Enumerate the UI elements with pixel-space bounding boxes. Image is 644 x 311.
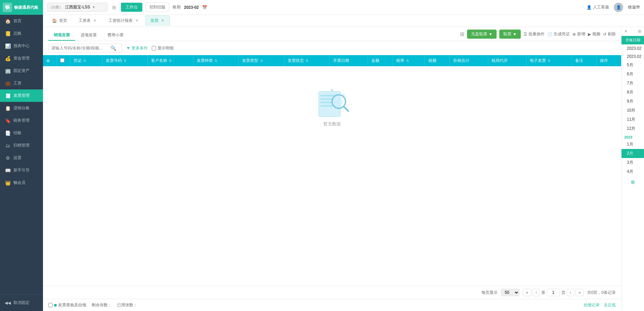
th-tax-amount: 税额 [425, 55, 450, 66]
filter-icon: ▼ [126, 46, 130, 50]
show-detail-input[interactable] [152, 46, 156, 50]
ticket-button[interactable]: 取票 ▼ [499, 30, 521, 39]
search-input[interactable] [51, 46, 108, 50]
date-item-2023-1[interactable]: 1月 [622, 140, 644, 149]
filter-button[interactable]: ▼ 更多条件 [126, 45, 148, 51]
no-ticket-button[interactable]: 无盘取票 ▼ [467, 30, 497, 39]
show-detail-checkbox[interactable]: 显示明细 [152, 45, 174, 51]
workspace-button[interactable]: 工作台 [121, 3, 142, 12]
sidebar-item-home[interactable]: 🏠 首页 [0, 15, 43, 27]
date-item-10[interactable]: 10月 [622, 106, 644, 115]
th-customer[interactable]: 客户名称 ⇅ [148, 55, 193, 66]
date-item-7[interactable]: 7月 [622, 79, 644, 88]
th-e-invoice[interactable]: 电子发票 ⇅ [526, 55, 572, 66]
subtab-purchase[interactable]: 进项发票 [75, 30, 102, 41]
prev-page-button[interactable]: ‹ [533, 289, 540, 296]
date-item-2023-02-top[interactable]: 2023.02 [622, 44, 644, 52]
refresh-link[interactable]: ↺ 刷新 [603, 31, 616, 37]
customer-sort-icon[interactable]: ⇅ [169, 59, 172, 63]
period-calendar-icon[interactable]: 📅 [202, 5, 207, 10]
select-all-checkbox[interactable] [60, 58, 64, 63]
date-item-11[interactable]: 11月 [622, 115, 644, 124]
page-size-select[interactable]: 20 50 100 200 [501, 289, 519, 296]
invoice-category-sort-icon[interactable]: ⇅ [260, 59, 263, 63]
sidebar-item-tax-mgmt[interactable]: 🔖 税务管理 [0, 114, 43, 127]
sidebar-item-archive[interactable]: 🗂 归档管理 [0, 139, 43, 152]
date-item-8[interactable]: 8月 [622, 88, 644, 97]
date-item-9[interactable]: 9月 [622, 97, 644, 106]
next-page-button[interactable]: › [567, 289, 574, 296]
voucher-sort-icon[interactable]: ⇅ [83, 59, 86, 63]
th-invoice-no[interactable]: 发票号码 ⇅ [102, 55, 148, 66]
tab-home[interactable]: 🏠 首页 [47, 15, 72, 26]
grid-icon[interactable]: ⊞ [460, 31, 464, 37]
copy-icon[interactable]: ⊞ [111, 3, 118, 11]
subtab-sales[interactable]: 销项发票 [48, 30, 75, 41]
invoice-no-sort-icon[interactable]: ⇅ [124, 59, 126, 63]
th-invoice-category[interactable]: 发票类型 ⇅ [239, 55, 284, 66]
tax-link[interactable]: 去左抵 [604, 302, 616, 308]
salary-table-close-icon[interactable]: ✕ [93, 18, 97, 24]
batch-op-link[interactable]: ☰ 批量操作 [523, 31, 545, 37]
th-settings[interactable]: ⚙ [43, 55, 56, 66]
sidebar-item-ledger[interactable]: 📒 总账 [0, 27, 43, 40]
sidebar-item-reports[interactable]: 📊 报表中心 [0, 40, 43, 52]
invoice-close-icon[interactable]: ✕ [160, 18, 165, 24]
year-group-2022: 2023.02 2023.02 [622, 44, 644, 61]
table-header-row: ⚙ 凭证 ⇅ 发票号码 ⇅ [43, 55, 621, 66]
invoice-status-sort-icon[interactable]: ⇅ [306, 59, 308, 63]
scroll-down-icon[interactable]: ⊕ [622, 176, 644, 188]
video-link[interactable]: ▶ 视频 [588, 31, 600, 37]
new-link[interactable]: ⊕ 新增 [572, 31, 585, 37]
verify-check-input[interactable] [48, 303, 53, 307]
gen-voucher-link[interactable]: 📄 生成凭证 [547, 31, 570, 37]
date-item-5[interactable]: 5月 [622, 61, 644, 70]
date-panel-expand-icon[interactable]: ⊞ [638, 29, 641, 34]
tab-salary-table[interactable]: 工资表 ✕ [74, 15, 102, 26]
company-selector[interactable]: (勿删） 江西股宝-LSS ▼ [47, 3, 107, 12]
th-checkbox[interactable] [56, 55, 70, 66]
last-page-button[interactable]: » [576, 289, 584, 296]
sidebar-item-member[interactable]: 👑 畅会员 [0, 177, 43, 189]
verify-checkbox[interactable]: 发票查验及抬颈 [48, 302, 86, 308]
tab-salary-stats[interactable]: 工资统计报表 ✕ [103, 15, 144, 26]
log-link[interactable]: 抬颈记录 [584, 302, 600, 308]
th-voucher[interactable]: 凭证 ⇅ [70, 55, 102, 66]
switch-version-button[interactable]: 切到旧版 [146, 2, 169, 12]
username[interactable]: 徐溢华 [628, 4, 640, 10]
date-panel-close-icon[interactable]: ✕ [624, 29, 628, 34]
sidebar-item-invoice-mgmt[interactable]: 🧾 发票管理 [0, 89, 43, 102]
table-settings-icon[interactable]: ⚙ [46, 59, 50, 63]
tab-invoice[interactable]: 发票 ✕ [145, 15, 170, 26]
date-item-12[interactable]: 12月 [622, 124, 644, 133]
invoice-type-sort-icon[interactable]: ⇅ [215, 59, 217, 63]
subtab-expense[interactable]: 费用小票 [102, 30, 129, 41]
open-period-button[interactable]: 开账日期 [622, 36, 644, 44]
support-link[interactable]: 👤 人工客服 [587, 4, 609, 10]
first-page-button[interactable]: « [523, 289, 531, 296]
sidebar-item-capital[interactable]: 💰 资金管理 [0, 52, 43, 65]
customer-header-label: 客户名称 [151, 58, 167, 63]
page-input[interactable] [547, 289, 560, 296]
sidebar-item-sales-ledger[interactable]: 📋 进销台账 [0, 102, 43, 114]
date-item-2023-3[interactable]: 3月 [622, 158, 644, 167]
e-invoice-sort-icon[interactable]: ⇅ [548, 59, 550, 63]
search-icon[interactable]: 🔍 [110, 45, 116, 51]
date-item-6[interactable]: 6月 [622, 70, 644, 79]
sidebar-item-guide[interactable]: 📖 新手引导 [0, 164, 43, 177]
collapse-fixed-btn[interactable]: ◀◀ 取消固定 [0, 297, 43, 308]
sidebar-item-fixed-assets[interactable]: 🏢 固定资产 [0, 65, 43, 77]
date-item-2023-2[interactable]: 2月 [622, 149, 644, 158]
salary-stats-close-icon[interactable]: ✕ [135, 18, 139, 24]
svg-point-6 [334, 97, 343, 106]
th-invoice-status[interactable]: 发票状态 ⇅ [284, 55, 330, 66]
tax-rate-sort-icon[interactable]: ⇅ [406, 59, 409, 63]
sidebar-item-settlement[interactable]: 📑 结账 [0, 127, 43, 139]
sidebar-item-salary[interactable]: 💼 工资 [0, 77, 43, 89]
th-tax-rate[interactable]: 税率 ⇅ [393, 55, 425, 66]
sidebar-item-settings[interactable]: ⚙ 设置 [0, 152, 43, 164]
date-item-2023-4[interactable]: 4月 [622, 167, 644, 176]
date-item-2023-02[interactable]: 2023.02 [622, 52, 644, 61]
invoice-status-header-label: 发票状态 [288, 58, 304, 63]
th-invoice-type[interactable]: 发票种类 ⇅ [193, 55, 239, 66]
